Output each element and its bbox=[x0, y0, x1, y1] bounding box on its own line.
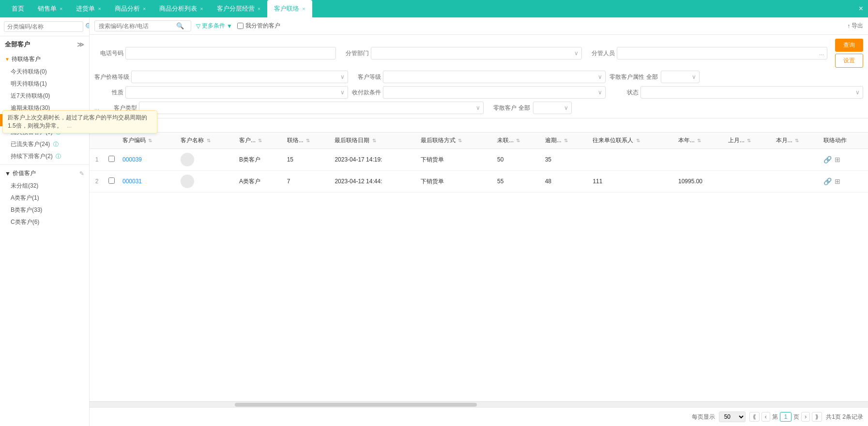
col-name[interactable]: 客户名称 ⇅ bbox=[177, 132, 235, 149]
row2-action-link[interactable]: 🔗 bbox=[823, 177, 832, 185]
row2-last-method[interactable]: 下销货单 bbox=[417, 171, 493, 192]
gender-select[interactable]: ∨ bbox=[125, 86, 348, 99]
col-this-year[interactable]: 本年... ⇅ bbox=[674, 132, 724, 149]
action-buttons: 查询 设置 bbox=[835, 39, 863, 68]
page-navigation: ⟪ ‹ 第 1 页 › ⟫ bbox=[749, 412, 822, 422]
row1-checkbox[interactable] bbox=[108, 156, 115, 162]
filter-search-input[interactable] bbox=[99, 23, 176, 29]
gender-arrow-icon: ∨ bbox=[340, 89, 345, 96]
table-toolbar: ⚙ bbox=[90, 118, 868, 132]
nav-customer-contact-close[interactable]: × bbox=[302, 6, 305, 12]
nav-home[interactable]: 首页 bbox=[5, 0, 31, 17]
col-this-month[interactable]: 本月... ⇅ bbox=[772, 132, 820, 149]
person-select[interactable]: ... bbox=[617, 47, 827, 59]
sidebar-item-ungroup[interactable]: 未分组(32) bbox=[0, 180, 89, 192]
col-level[interactable]: 客户... ⇅ bbox=[235, 132, 283, 149]
close-all-tabs[interactable]: × bbox=[859, 4, 863, 13]
prev-page-btn[interactable]: ‹ bbox=[761, 412, 770, 422]
sidebar-search-area: 🔍 bbox=[0, 17, 89, 36]
my-customers-checkbox-label[interactable]: 我分管的客户 bbox=[237, 22, 280, 30]
nav-purchase-close[interactable]: × bbox=[98, 6, 101, 12]
export-button[interactable]: ↑ 导出 bbox=[847, 22, 863, 30]
col-last-month[interactable]: 上月... ⇅ bbox=[724, 132, 772, 149]
sidebar-item-7days[interactable]: 近7天待联络(0) bbox=[0, 90, 89, 102]
row2-code[interactable]: 000031 bbox=[119, 171, 177, 192]
field-price-level: 客户价格等级 ∨ bbox=[94, 71, 348, 83]
nav-sales[interactable]: 销售单 × bbox=[31, 0, 69, 17]
filter-bar: 🔍 ▽ 更多条件 ▼ 我分管的客户 ↑ 导出 bbox=[90, 17, 868, 35]
nav-product-analysis[interactable]: 商品分析 × bbox=[108, 0, 152, 17]
nav-sales-close[interactable]: × bbox=[60, 6, 62, 12]
sidebar-item-class-b[interactable]: B类客户(33) bbox=[0, 204, 89, 216]
sidebar-group-value[interactable]: ▼ 价值客户 ✎ bbox=[0, 167, 89, 180]
row1-action-link[interactable]: 🔗 bbox=[823, 156, 832, 163]
nav-product-analysis-list-close[interactable]: × bbox=[200, 6, 203, 12]
dept-select[interactable]: ∨ bbox=[371, 47, 581, 59]
nav-customer-segment-close[interactable]: × bbox=[258, 6, 260, 12]
col-last-date[interactable]: 最后联络日期 ⇅ bbox=[331, 132, 417, 149]
col-num bbox=[90, 132, 104, 149]
sidebar-item-today[interactable]: 今天待联络(0) bbox=[0, 66, 89, 78]
nav-customer-contact[interactable]: 客户联络 × bbox=[267, 0, 312, 17]
field-dept: 分管部门 ∨ bbox=[340, 47, 581, 59]
row1-code[interactable]: 000039 bbox=[119, 149, 177, 171]
col-code[interactable]: 客户编码 ⇅ bbox=[119, 132, 177, 149]
retail-customer-select[interactable]: ∨ bbox=[533, 102, 572, 114]
per-page-select[interactable]: 50 100 200 bbox=[719, 411, 746, 422]
edit-icon[interactable]: ✎ bbox=[79, 170, 84, 177]
scrollbar-thumb[interactable] bbox=[235, 403, 477, 407]
col-contact-count[interactable]: 联络... ⇅ bbox=[283, 132, 331, 149]
next-page-btn[interactable]: › bbox=[801, 412, 810, 422]
sidebar-item-declining[interactable]: 持续下滑客户(2) ⓘ bbox=[0, 150, 89, 162]
person-arrow-icon: ... bbox=[819, 50, 824, 57]
right-content: 🔍 ▽ 更多条件 ▼ 我分管的客户 ↑ 导出 电话号码 bbox=[90, 17, 868, 426]
last-page-btn[interactable]: ⟫ bbox=[812, 412, 822, 422]
row2-last-date: 2023-04-12 14:44: bbox=[331, 171, 417, 192]
payment-select[interactable]: ∨ bbox=[383, 86, 606, 99]
sidebar-search-input[interactable] bbox=[4, 21, 83, 32]
sort-icon-contact-count: ⇅ bbox=[306, 138, 310, 143]
row2-avatar bbox=[181, 175, 194, 188]
filter-row-3: 性质 ∨ 收付款条件 ∨ 状态 ∨ bbox=[94, 86, 863, 99]
filter-search-icon[interactable]: 🔍 bbox=[176, 22, 184, 29]
settings-button[interactable]: 设置 bbox=[835, 54, 863, 68]
more-conditions-btn[interactable]: ▽ 更多条件 ▼ bbox=[196, 22, 232, 30]
customer-type-select[interactable]: ∨ bbox=[139, 102, 484, 114]
col-contacts[interactable]: 往来单位联系人 ⇅ bbox=[589, 132, 674, 149]
sidebar-item-class-a[interactable]: A类客户(1) bbox=[0, 192, 89, 204]
col-overdue[interactable]: 逾期... ⇅ bbox=[541, 132, 589, 149]
chevron-down-icon: ▼ bbox=[227, 23, 232, 29]
row1-action-more[interactable]: ⊞ bbox=[835, 156, 840, 163]
sidebar-item-churned[interactable]: 已流失客户(24) ⓘ bbox=[0, 138, 89, 150]
sort-icon-name: ⇅ bbox=[207, 138, 211, 143]
row2-action-more[interactable]: ⊞ bbox=[835, 177, 840, 185]
customer-level-select[interactable]: ∨ bbox=[383, 71, 606, 83]
sort-icon-uncontacted: ⇅ bbox=[516, 138, 520, 143]
nav-product-analysis-close[interactable]: × bbox=[143, 6, 146, 12]
sort-icon-last-method: ⇅ bbox=[458, 138, 462, 143]
col-last-method[interactable]: 最后联络方式 ⇅ bbox=[417, 132, 493, 149]
row2-checkbox[interactable] bbox=[108, 177, 115, 184]
status-select[interactable]: ∨ bbox=[640, 86, 863, 99]
row1-last-method[interactable]: 下销货单 bbox=[417, 149, 493, 171]
nav-product-analysis-list[interactable]: 商品分析列表 × bbox=[152, 0, 210, 17]
row1-avatar bbox=[181, 153, 194, 166]
sidebar-group-pending-title[interactable]: ▼ 待联络客户 bbox=[0, 53, 89, 66]
query-button[interactable]: 查询 bbox=[835, 39, 863, 52]
price-level-select[interactable]: ∨ bbox=[131, 71, 348, 83]
first-page-btn[interactable]: ⟪ bbox=[749, 412, 760, 422]
phone-input[interactable] bbox=[125, 47, 336, 59]
retail-attr-select[interactable]: ∨ bbox=[661, 71, 700, 83]
sidebar-item-tomorrow[interactable]: 明天待联络(1) bbox=[0, 78, 89, 90]
col-uncontacted[interactable]: 未联... ⇅ bbox=[493, 132, 541, 149]
sidebar-collapse-icon[interactable]: ≫ bbox=[77, 41, 84, 48]
horizontal-scrollbar[interactable] bbox=[90, 401, 868, 407]
row1-name bbox=[177, 149, 235, 171]
nav-customer-segment[interactable]: 客户分层经营 × bbox=[210, 0, 267, 17]
field-retail-customer: 零散客户 全部 ∨ bbox=[487, 102, 863, 114]
my-customers-checkbox[interactable] bbox=[237, 23, 244, 29]
sidebar-search-icon[interactable]: 🔍 bbox=[85, 23, 90, 30]
nav-purchase[interactable]: 进货单 × bbox=[69, 0, 107, 17]
tooltip-more[interactable]: ... bbox=[67, 122, 72, 129]
sidebar-item-class-c[interactable]: C类客户(6) bbox=[0, 216, 89, 228]
